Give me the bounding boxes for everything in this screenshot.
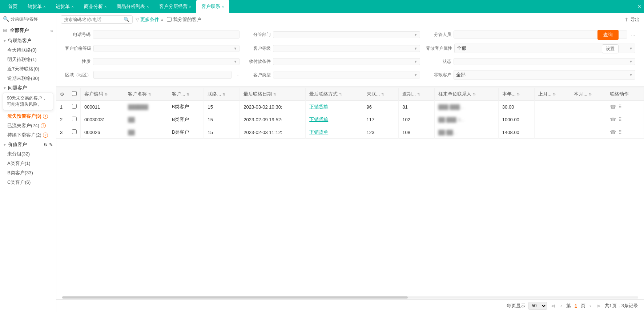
col-this-year: 本年... ⇅ <box>498 88 534 101</box>
tab-close-icon[interactable]: × <box>71 4 73 9</box>
sort-icon7[interactable]: ⇅ <box>381 92 384 96</box>
row-select-checkbox[interactable] <box>72 117 77 121</box>
sidebar-all-customers[interactable]: ⊞ 全部客户 « <box>0 25 56 36</box>
nav-tab-客户分层经营[interactable]: 客户分层经营 × <box>154 0 196 13</box>
sidebar-item-churn-warning[interactable]: 流失预警客户(3) ! <box>0 112 56 121</box>
sort-icon5[interactable]: ⇅ <box>273 92 276 96</box>
sidebar-item-class-a[interactable]: A类客户(1) <box>0 159 56 168</box>
row-actions-0: ☎ ⠿ <box>606 101 644 113</box>
nature-select[interactable]: ▼ <box>93 58 240 65</box>
tab-close-icon[interactable]: × <box>189 4 191 9</box>
action-contact-icon[interactable]: ☎ <box>610 129 616 135</box>
status-select[interactable]: ▼ <box>454 58 635 65</box>
row-type-2: B类客户 <box>168 126 204 139</box>
next-last-btn[interactable]: ⊳ <box>595 303 602 309</box>
sidebar-item-tomorrow-pending[interactable]: 明天待联络(1) <box>0 55 56 64</box>
sidebar-group-pending-contact[interactable]: ▼ 待联络客户 <box>0 36 56 45</box>
row-num-1: 2 <box>56 113 68 126</box>
action-more-icon[interactable]: ⠿ <box>618 104 622 110</box>
customer-type-select[interactable]: ▼ <box>273 72 420 78</box>
row-no-contact-1: 117 <box>363 113 399 126</box>
sidebar-search-input[interactable] <box>11 16 56 21</box>
nav-tab-销货单[interactable]: 销货单 × <box>23 0 51 13</box>
toolbar-search-button[interactable]: 🔍 <box>124 17 129 22</box>
row-actions-1: ☎ ⠿ <box>606 113 644 126</box>
toolbar-search-input[interactable] <box>64 17 122 22</box>
col-no-contact: 未联... ⇅ <box>363 88 399 101</box>
sort-icon10[interactable]: ⇅ <box>517 92 520 96</box>
per-page-select[interactable]: 50 100 200 <box>528 302 547 310</box>
sidebar-item-week-pending[interactable]: 近7天待联络(0) <box>0 64 56 74</box>
sidebar-item-churned[interactable]: 已流失客户(24) ? <box>0 121 56 130</box>
phone-input[interactable] <box>93 31 240 39</box>
row-select-checkbox[interactable] <box>72 104 77 109</box>
manager-more-icon[interactable]: … <box>631 32 635 37</box>
edit-icon[interactable]: ✎ <box>49 142 53 147</box>
retail-select[interactable]: 全部 ▼ <box>454 70 635 80</box>
sidebar-group-problem[interactable]: ▼ 问题客户 <box>0 83 56 93</box>
sidebar-item-today-pending[interactable]: 今天待联络(0) <box>0 45 56 55</box>
close-all-button[interactable]: × <box>638 3 641 10</box>
query-button[interactable]: 查询 <box>597 30 619 40</box>
sort-icon4[interactable]: ⇅ <box>222 92 225 96</box>
sort-icon8[interactable]: ⇅ <box>417 92 420 96</box>
row-method-0[interactable]: 下销货单 <box>306 101 363 113</box>
refresh-icon[interactable]: ↻ <box>44 142 48 147</box>
nav-tab-商品分析[interactable]: 商品分析 × <box>79 0 112 13</box>
nav-tab-商品分析列表[interactable]: 商品分析列表 × <box>112 0 154 13</box>
sort-icon3[interactable]: ⇅ <box>186 92 189 96</box>
sidebar-item-overdue-contact[interactable]: 逾期未联络(30) <box>0 74 56 83</box>
horizontal-scrollbar[interactable] <box>56 295 644 299</box>
select-all-checkbox[interactable] <box>72 91 77 96</box>
dept-select[interactable]: ▼ <box>273 31 420 38</box>
my-customers-checkbox-area[interactable]: 我分管的客户 <box>167 16 201 23</box>
tab-close-icon[interactable]: × <box>104 4 106 9</box>
row-method-2[interactable]: 下销货单 <box>306 126 363 139</box>
row-checkbox-2[interactable] <box>68 126 81 139</box>
settings-button[interactable]: 设置 <box>602 44 619 53</box>
status-label: 状态 <box>426 58 451 65</box>
sidebar-item-ungrouped[interactable]: 未分组(32) <box>0 149 56 159</box>
tab-close-icon[interactable]: × <box>43 4 45 9</box>
nav-tab-首页[interactable]: 首页 <box>3 0 23 13</box>
sidebar-item-class-c[interactable]: C类客户(6) <box>0 178 56 187</box>
row-method-1[interactable]: 下销货单 <box>306 113 363 126</box>
price-level-select[interactable]: ▼ <box>93 45 240 52</box>
col-select-all[interactable] <box>68 88 81 101</box>
action-contact-icon[interactable]: ☎ <box>610 104 616 110</box>
payment-select[interactable]: ▼ <box>273 58 420 65</box>
prev-first-btn[interactable]: ⊲ <box>550 303 556 309</box>
sidebar-group-value[interactable]: ▼ 价值客户 ↻ ✎ <box>0 140 56 149</box>
action-more-icon[interactable]: ⠿ <box>618 129 622 135</box>
row-checkbox-0[interactable] <box>68 101 81 113</box>
sort-icon12[interactable]: ⇅ <box>589 92 592 96</box>
region-input[interactable] <box>93 71 232 79</box>
nav-tab-客户联系[interactable]: 客户联系 × <box>196 0 229 13</box>
row-checkbox-1[interactable] <box>68 113 81 126</box>
sort-icon2[interactable]: ⇅ <box>148 92 151 96</box>
export-button[interactable]: ⬆ 导出 <box>624 16 640 23</box>
tab-close-icon[interactable]: × <box>146 4 149 9</box>
sort-icon6[interactable]: ⇅ <box>339 92 342 96</box>
sidebar-item-declining[interactable]: 持续下滑客户(2) ? <box>0 130 56 140</box>
gear-icon[interactable]: ⚙ <box>60 92 64 97</box>
sort-icon9[interactable]: ⇅ <box>473 92 476 96</box>
row-select-checkbox[interactable] <box>72 129 77 134</box>
sidebar-collapse-icon[interactable]: « <box>50 28 53 33</box>
filter-more-button[interactable]: ▽ 更多条件 ▲ <box>136 16 164 23</box>
customer-level-select[interactable]: ▼ <box>273 45 420 52</box>
next-btn[interactable]: › <box>588 303 592 309</box>
action-contact-icon[interactable]: ☎ <box>610 117 616 122</box>
sidebar-item-class-b[interactable]: B类客户(33) <box>0 168 56 178</box>
my-customers-checkbox[interactable] <box>167 17 172 22</box>
col-contact-person: 往来单位联系人 ⇅ <box>435 88 499 101</box>
prev-btn[interactable]: ‹ <box>559 303 563 309</box>
tab-close-icon[interactable]: × <box>222 4 224 9</box>
row-this-year-1: 1000.00 <box>498 113 534 126</box>
sort-icon11[interactable]: ⇅ <box>553 92 556 96</box>
region-more-icon[interactable]: … <box>235 72 240 77</box>
action-more-icon[interactable]: ⠿ <box>618 117 622 122</box>
col-gear[interactable]: ⚙ <box>56 88 68 101</box>
sort-icon[interactable]: ⇅ <box>105 92 108 96</box>
nav-tab-进货单[interactable]: 进货单 × <box>51 0 79 13</box>
